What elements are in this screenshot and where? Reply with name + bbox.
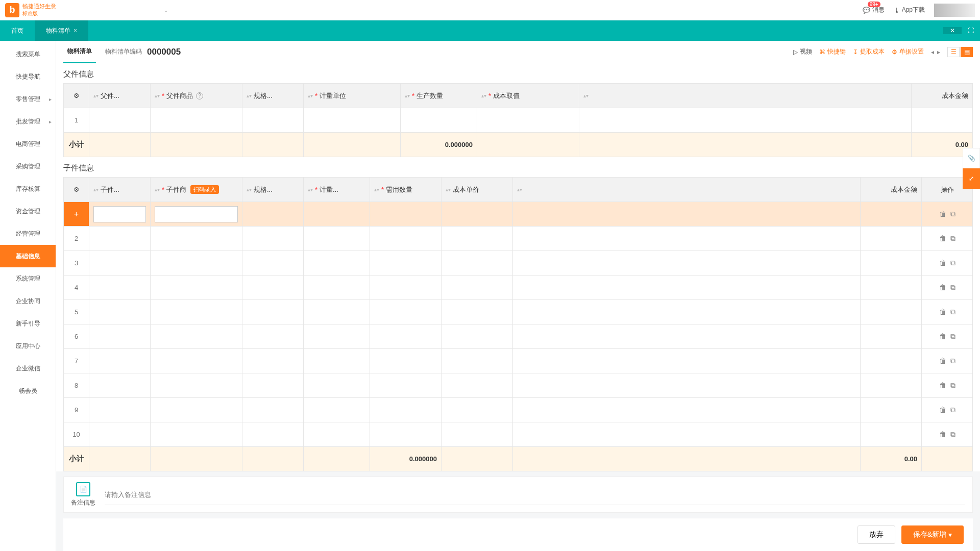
- gear-column[interactable]: ⚙: [64, 84, 89, 108]
- sidebar-item-basic-info[interactable]: 基础信息: [0, 245, 56, 267]
- table-row[interactable]: 2🗑⧉: [64, 227, 973, 251]
- copy-icon[interactable]: ⧉: [950, 332, 955, 340]
- col-parent-product[interactable]: ▴▾*父件商品?: [151, 84, 242, 108]
- copy-icon[interactable]: ⧉: [950, 430, 955, 438]
- tab-material-bom[interactable]: 物料清单 ×: [35, 20, 88, 41]
- sidebar-item-ecommerce-mgmt[interactable]: 电商管理: [0, 133, 56, 155]
- table-row[interactable]: 5🗑⧉: [64, 300, 973, 324]
- table-row[interactable]: 7🗑⧉: [64, 349, 973, 373]
- action-shortcut[interactable]: ⌘快捷键: [819, 47, 846, 56]
- col-prod-qty[interactable]: ▴▾*生产数量: [401, 84, 477, 108]
- table-row[interactable]: 6🗑⧉: [64, 324, 973, 349]
- tabbar-close-button[interactable]: ✕: [943, 27, 962, 34]
- sidebar-item-app-center[interactable]: 应用中心: [0, 335, 56, 357]
- delete-icon[interactable]: 🗑: [939, 259, 946, 267]
- col-blank[interactable]: ▴▾: [579, 84, 912, 108]
- copy-icon[interactable]: ⧉: [950, 234, 955, 242]
- table-row[interactable]: 8🗑⧉: [64, 373, 973, 398]
- add-row-button[interactable]: +: [71, 209, 82, 220]
- ops-cell: 🗑⧉: [922, 251, 973, 276]
- scan-badge[interactable]: 扫码录入: [190, 185, 219, 194]
- table-row[interactable]: 10🗑⧉: [64, 422, 973, 447]
- copy-icon[interactable]: ⧉: [950, 381, 955, 389]
- delete-icon[interactable]: 🗑: [939, 283, 946, 291]
- gear-column[interactable]: ⚙: [64, 178, 89, 202]
- delete-icon[interactable]: 🗑: [939, 430, 946, 438]
- sidebar-item-wholesale-mgmt[interactable]: 批发管理: [0, 110, 56, 133]
- col-uom[interactable]: ▴▾*计量...: [304, 178, 370, 202]
- table-row[interactable]: 1: [64, 108, 973, 133]
- action-extract-cost[interactable]: ↧提取成本: [853, 47, 885, 56]
- col-child-code[interactable]: ▴▾子件...: [89, 178, 151, 202]
- col-unit-cost[interactable]: ▴▾成本单价: [442, 178, 513, 202]
- view-detail-button[interactable]: ▤: [961, 47, 973, 57]
- sidebar-item-operations-mgmt[interactable]: 经营管理: [0, 222, 56, 245]
- col-spec[interactable]: ▴▾规格...: [242, 178, 304, 202]
- copy-icon[interactable]: ⧉: [950, 308, 955, 316]
- copy-icon[interactable]: ⧉: [950, 357, 955, 365]
- col-cost-source[interactable]: ▴▾*成本取值: [477, 84, 579, 108]
- sidebar-item-inventory-costing[interactable]: 库存核算: [0, 178, 56, 200]
- save-and-new-button[interactable]: 保存&新增▾: [901, 525, 964, 544]
- copy-icon[interactable]: ⧉: [950, 283, 955, 291]
- delete-icon[interactable]: 🗑: [939, 308, 946, 316]
- messages-link[interactable]: 💬 消息 99+: [863, 6, 885, 14]
- help-icon[interactable]: ?: [196, 92, 203, 99]
- ops-cell: 🗑⧉: [922, 202, 973, 227]
- sidebar-item-purchase-mgmt[interactable]: 采购管理: [0, 155, 56, 178]
- copy-icon[interactable]: ⧉: [950, 406, 955, 414]
- table-row[interactable]: 4🗑⧉: [64, 276, 973, 300]
- remarks-label: 备注信息: [71, 498, 95, 507]
- col-need-qty[interactable]: ▴▾*需用数量: [370, 178, 442, 202]
- app-download-link[interactable]: ⭳ App下载: [894, 6, 925, 14]
- col-child-product[interactable]: ▴▾*子件商扫码录入: [151, 178, 242, 202]
- col-parent-code[interactable]: ▴▾父件...: [89, 84, 151, 108]
- delete-icon[interactable]: 🗑: [939, 381, 946, 389]
- org-picker[interactable]: ⌄: [71, 7, 168, 14]
- prev-arrow-icon[interactable]: ◂: [931, 48, 934, 56]
- row-index: 3: [64, 251, 89, 276]
- col-cost-amount[interactable]: 成本金额: [912, 84, 973, 108]
- table-row[interactable]: +🗑⧉: [64, 202, 973, 227]
- cell-input[interactable]: [93, 206, 146, 222]
- copy-icon[interactable]: ⧉: [950, 259, 955, 267]
- expand-button[interactable]: ⤢: [963, 168, 980, 189]
- attachment-button[interactable]: 📎: [963, 148, 980, 168]
- col-cost-amount[interactable]: 成本金额: [861, 178, 922, 202]
- col-spec[interactable]: ▴▾规格...: [242, 84, 304, 108]
- action-video[interactable]: ▷视频: [793, 47, 812, 56]
- copy-icon[interactable]: ⧉: [950, 210, 955, 218]
- sidebar-item-newbie-guide[interactable]: 新手引导: [0, 312, 56, 335]
- sidebar-item-enterprise-collab[interactable]: 企业协同: [0, 290, 56, 312]
- col-blank[interactable]: ▴▾: [513, 178, 861, 202]
- col-uom[interactable]: ▴▾*计量单位: [304, 84, 401, 108]
- delete-icon[interactable]: 🗑: [939, 234, 946, 242]
- sidebar-item-label: 基础信息: [16, 252, 40, 261]
- action-doc-setting[interactable]: ⚙单据设置: [892, 47, 924, 56]
- discard-button[interactable]: 放弃: [857, 525, 895, 544]
- delete-icon[interactable]: 🗑: [939, 210, 946, 218]
- remarks-input[interactable]: [105, 485, 965, 505]
- delete-icon[interactable]: 🗑: [939, 406, 946, 414]
- sidebar-item-system-mgmt[interactable]: 系统管理: [0, 267, 56, 290]
- col-label: 规格...: [254, 91, 273, 101]
- col-label: 计量单位: [320, 91, 346, 101]
- tabbar-expand-button[interactable]: ⛶: [962, 27, 980, 34]
- close-icon[interactable]: ×: [74, 27, 77, 34]
- delete-icon[interactable]: 🗑: [939, 332, 946, 340]
- next-arrow-icon[interactable]: ▸: [937, 48, 940, 56]
- view-list-button[interactable]: ☰: [947, 47, 960, 57]
- sidebar-item-wechat-work[interactable]: 企业微信: [0, 357, 56, 380]
- tab-home[interactable]: 首页: [0, 20, 35, 41]
- sidebar-item-search-menu[interactable]: 搜索菜单: [0, 43, 56, 65]
- avatar[interactable]: [934, 4, 975, 17]
- sidebar-item-member[interactable]: 畅会员: [0, 380, 56, 402]
- table-row[interactable]: 3🗑⧉: [64, 251, 973, 276]
- sidebar-item-fund-mgmt[interactable]: 资金管理: [0, 200, 56, 222]
- delete-icon[interactable]: 🗑: [939, 357, 946, 365]
- sidebar-item-retail-mgmt[interactable]: 零售管理: [0, 88, 56, 110]
- doc-tab-bom[interactable]: 物料清单: [63, 41, 96, 63]
- sidebar-item-quick-nav[interactable]: 快捷导航: [0, 65, 56, 88]
- table-row[interactable]: 9🗑⧉: [64, 398, 973, 422]
- cell-input[interactable]: [155, 206, 238, 222]
